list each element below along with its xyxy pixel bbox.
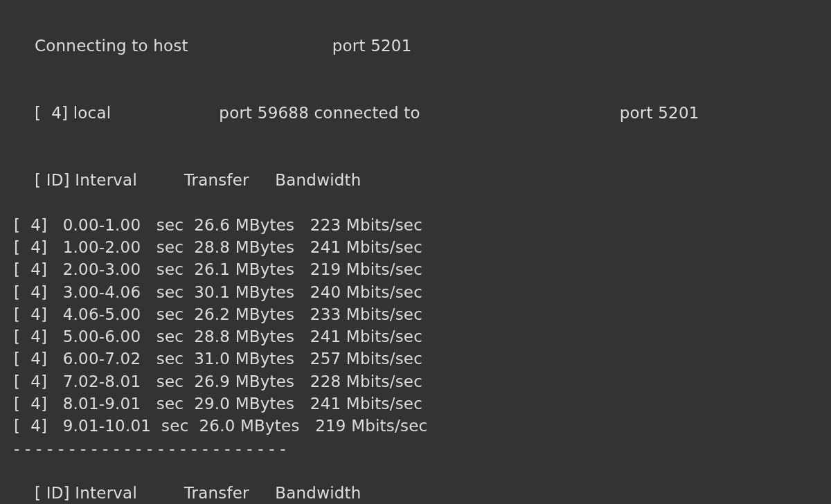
local-line: [ 4] localport 59688 connected toport 52… xyxy=(14,80,817,147)
terminal-output: Connecting to hostport 5201 [ 4] localpo… xyxy=(0,0,831,504)
table-row: [ 4] 5.00-6.00 sec 28.8 MBytes 241 Mbits… xyxy=(14,325,817,348)
summary-header-transfer: Transfer xyxy=(184,484,249,502)
table-row: [ 4] 2.00-3.00 sec 26.1 MBytes 219 Mbits… xyxy=(14,258,817,280)
header-line: [ ID] Interval Transfer Bandwidth xyxy=(14,147,817,214)
summary-header-id: [ ID] xyxy=(35,484,70,502)
summary-header-bandwidth: Bandwidth xyxy=(275,484,361,502)
summary-header-line: [ ID] Interval Transfer Bandwidth xyxy=(14,460,817,504)
table-row: [ 4] 7.02-8.01 sec 26.9 MBytes 228 Mbits… xyxy=(14,370,817,393)
connecting-port: 5201 xyxy=(370,37,411,55)
connected-to: connected to xyxy=(314,104,420,122)
connecting-port-label: port xyxy=(332,37,366,55)
connecting-prefix: Connecting to host xyxy=(35,37,188,55)
header-id: [ ID] xyxy=(35,171,70,189)
remote-port: 5201 xyxy=(658,104,699,122)
summary-header-interval: Interval xyxy=(75,484,137,502)
table-row: [ 4] 4.06-5.00 sec 26.2 MBytes 233 Mbits… xyxy=(14,303,817,325)
separator-line: - - - - - - - - - - - - - - - - - - - - … xyxy=(14,438,817,460)
header-interval: Interval xyxy=(75,171,137,189)
interval-rows: [ 4] 0.00-1.00 sec 26.6 MBytes 223 Mbits… xyxy=(14,214,817,438)
header-bandwidth: Bandwidth xyxy=(275,171,361,189)
table-row: [ 4] 8.01-9.01 sec 29.0 MBytes 241 Mbits… xyxy=(14,393,817,415)
connecting-line: Connecting to hostport 5201 xyxy=(14,12,817,80)
table-row: [ 4] 3.00-4.06 sec 30.1 MBytes 240 Mbits… xyxy=(14,281,817,303)
table-row: [ 4] 9.01-10.01 sec 26.0 MBytes 219 Mbit… xyxy=(14,415,817,437)
local-prefix: [ 4] local xyxy=(35,104,111,122)
remote-port-label: port xyxy=(620,104,653,122)
table-row: [ 4] 1.00-2.00 sec 28.8 MBytes 241 Mbits… xyxy=(14,236,817,258)
header-transfer: Transfer xyxy=(184,171,249,189)
table-row: [ 4] 0.00-1.00 sec 26.6 MBytes 223 Mbits… xyxy=(14,214,817,236)
local-port: 59688 xyxy=(258,104,309,122)
local-port-label: port xyxy=(219,104,252,122)
table-row: [ 4] 6.00-7.02 sec 31.0 MBytes 257 Mbits… xyxy=(14,348,817,370)
